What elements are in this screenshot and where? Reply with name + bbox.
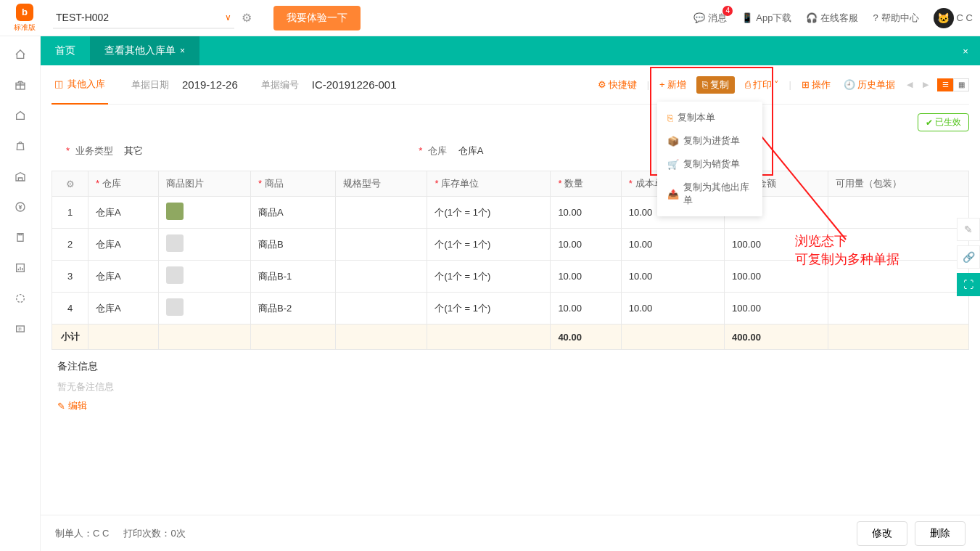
cart-icon: 🛒 xyxy=(667,159,679,170)
gear-column[interactable]: ⚙ xyxy=(52,171,88,197)
modify-button[interactable]: 修改 xyxy=(857,521,907,546)
money-icon[interactable] xyxy=(13,200,28,214)
cell-amount: 100.00 xyxy=(725,293,828,325)
table-row[interactable]: 3仓库A商品B-1个(1个 = 1个)10.0010.00100.00 xyxy=(52,261,969,293)
cell-price: 10.00 xyxy=(621,229,724,261)
right-tools: ✎ 🔗 ⛶ xyxy=(957,218,980,296)
cell-price: 10.00 xyxy=(621,261,724,293)
table-row[interactable]: 4仓库A商品B-2个(1个 = 1个)10.0010.00100.00 xyxy=(52,293,969,325)
link-tool-icon[interactable]: 🔗 xyxy=(957,245,980,269)
new-icon[interactable]: 新 xyxy=(13,322,28,336)
card-view-icon[interactable]: ▦ xyxy=(953,78,969,91)
messages-link[interactable]: 💬 消息 4 xyxy=(693,12,727,25)
subtotal-label: 小计 xyxy=(52,325,88,350)
date-label: 单据日期 xyxy=(131,78,169,91)
list-view-icon[interactable]: ☰ xyxy=(937,78,953,91)
home-icon[interactable] xyxy=(13,47,28,62)
gear-icon[interactable]: ⚙ xyxy=(242,11,252,25)
cell-unit: 个(1个 = 1个) xyxy=(427,261,551,293)
question-icon: ? xyxy=(873,12,878,23)
print-button[interactable]: ⎙打印 ˅ xyxy=(742,76,782,94)
copy-button[interactable]: ⎘复制 xyxy=(696,76,735,94)
box-icon: 📦 xyxy=(667,136,679,147)
bag-icon[interactable] xyxy=(13,139,28,153)
new-button[interactable]: +新增 xyxy=(656,76,689,94)
print-icon: ⎙ xyxy=(745,79,751,90)
cell-avail xyxy=(828,261,968,293)
cell-pic xyxy=(159,261,251,293)
view-toggle[interactable]: ☰ ▦ xyxy=(937,78,969,91)
trial-button[interactable]: 我要体验一下 xyxy=(273,6,361,30)
chevron-down-icon: ∨ xyxy=(225,12,231,23)
cell-avail xyxy=(828,197,968,229)
message-badge: 4 xyxy=(722,6,733,16)
table-row[interactable]: 1仓库A商品A个(1个 = 1个)10.0010.00100.00 xyxy=(52,197,969,229)
row-index: 4 xyxy=(52,293,88,325)
clipboard-icon[interactable] xyxy=(13,230,28,245)
product-image-icon xyxy=(166,266,184,284)
edit-icon: ✎ xyxy=(57,401,65,412)
cell-unit: 个(1个 = 1个) xyxy=(427,197,551,229)
top-right: 💬 消息 4 📱 App下载 🎧 在线客服 ? 帮助中心 🐱 C C xyxy=(693,8,973,28)
maker-value: C C xyxy=(93,528,109,539)
cell-warehouse: 仓库A xyxy=(88,197,159,229)
cell-spec xyxy=(335,261,427,293)
copy-icon: ⎘ xyxy=(702,79,708,90)
warehouse-icon[interactable] xyxy=(13,169,28,184)
content: ◫ 其他入库 单据日期 2019-12-26 单据编号 IC-20191226-… xyxy=(41,65,980,515)
house-icon[interactable] xyxy=(13,108,28,123)
report-icon[interactable] xyxy=(13,261,28,275)
copy-icon: ⎘ xyxy=(667,113,673,123)
form-row: * 业务类型 其它 * 仓库 仓库A xyxy=(52,140,969,171)
next-icon[interactable]: ▶ xyxy=(921,80,930,89)
cell-pic xyxy=(159,293,251,325)
message-icon: 💬 xyxy=(693,12,705,23)
edit-remark-link[interactable]: ✎编辑 xyxy=(57,399,963,412)
doc-header: ◫ 其他入库 单据日期 2019-12-26 单据编号 IC-20191226-… xyxy=(52,65,969,105)
print-count-value: 0次 xyxy=(170,527,185,540)
page-tabs: 首页 查看其他入库单 × × xyxy=(41,36,980,65)
close-icon[interactable]: × xyxy=(180,46,185,56)
gift-icon[interactable] xyxy=(13,78,28,92)
table-row[interactable]: 2仓库A商品B个(1个 = 1个)10.0010.00100.00 xyxy=(52,229,969,261)
copy-purchase-item[interactable]: 📦复制为进货单 xyxy=(657,129,762,152)
cell-qty: 10.00 xyxy=(551,229,621,261)
cell-warehouse: 仓库A xyxy=(88,229,159,261)
delete-button[interactable]: 删除 xyxy=(915,521,965,546)
no-label: 单据编号 xyxy=(261,78,299,91)
copy-sales-item[interactable]: 🛒复制为销货单 xyxy=(657,152,762,176)
cell-spec xyxy=(335,229,427,261)
store-select[interactable]: TEST-H002 ∨ xyxy=(53,7,234,29)
shortcut-button[interactable]: ⚙快捷键 xyxy=(595,76,640,94)
close-all-icon[interactable]: × xyxy=(951,36,980,65)
copy-this-item[interactable]: ⎘复制本单 xyxy=(657,106,762,129)
cell-qty: 10.00 xyxy=(551,293,621,325)
subtotal-row: 小计40.00400.00 xyxy=(52,325,969,350)
tab-home[interactable]: 首页 xyxy=(41,36,90,65)
gear-icon: ⚙ xyxy=(598,79,606,90)
store-name: TEST-H002 xyxy=(56,12,109,23)
print-count-label: 打印次数： xyxy=(123,527,170,540)
app-download-link[interactable]: 📱 App下载 xyxy=(741,12,791,25)
loading-icon[interactable] xyxy=(13,291,28,306)
expand-tool-icon[interactable]: ⛶ xyxy=(957,273,980,296)
cell-qty: 10.00 xyxy=(551,197,621,229)
note-tool-icon[interactable]: ✎ xyxy=(957,218,980,241)
grid-icon: ⊞ xyxy=(802,79,810,90)
copy-other-out-item[interactable]: 📤复制为其他出库单 xyxy=(657,176,762,212)
prev-icon[interactable]: ◀ xyxy=(905,80,914,89)
items-table: ⚙ *仓库 商品图片 *商品 规格型号 *库存单位 *数量 *成本单价 *成本金… xyxy=(52,171,969,350)
svg-point-4 xyxy=(16,295,24,303)
col-product: *商品 xyxy=(251,171,336,197)
cell-avail xyxy=(828,293,968,325)
user-menu[interactable]: 🐱 C C xyxy=(934,8,973,28)
avatar-icon: 🐱 xyxy=(934,8,954,28)
subtotal-qty: 40.00 xyxy=(551,325,621,350)
cell-spec xyxy=(335,197,427,229)
online-service-link[interactable]: 🎧 在线客服 xyxy=(806,12,858,25)
phone-icon: 📱 xyxy=(741,12,753,23)
tab-current[interactable]: 查看其他入库单 × xyxy=(90,36,199,65)
ops-button[interactable]: ⊞操作 xyxy=(799,76,833,94)
help-center-link[interactable]: ? 帮助中心 xyxy=(873,12,918,25)
history-button[interactable]: 🕘历史单据 xyxy=(841,76,898,94)
